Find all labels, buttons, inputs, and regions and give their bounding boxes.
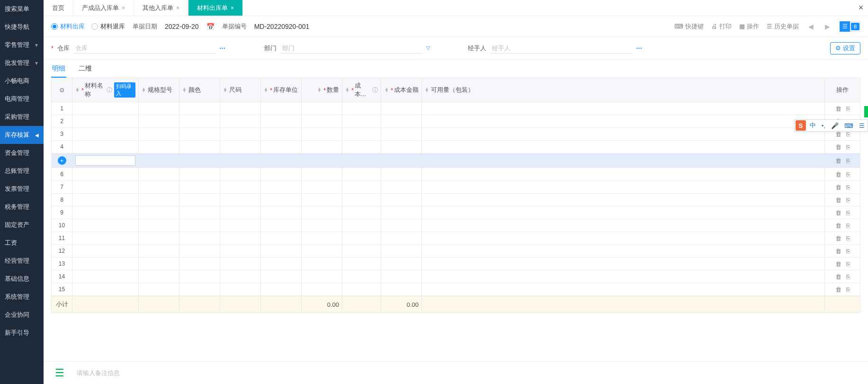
sidebar-item-basic-info[interactable]: 基础信息 [0, 270, 44, 288]
sidebar-item-purchase[interactable]: 采购管理 [0, 108, 44, 126]
side-drawer-handle[interactable] [864, 106, 868, 117]
table-row[interactable]: 12🗑⎘ [52, 245, 860, 258]
copy-row-icon[interactable]: ⎘ [846, 105, 850, 112]
table-row[interactable]: 11🗑⎘ [52, 232, 860, 245]
doc-date-value[interactable]: 2022-09-20 [165, 23, 199, 30]
sidebar-item-guide[interactable]: 新手引导 [0, 324, 44, 342]
delete-row-icon[interactable]: 🗑 [835, 209, 841, 216]
copy-row-icon[interactable]: ⎘ [846, 157, 850, 164]
sidebar-item-wholesale[interactable]: 批发管理▼ [0, 54, 44, 72]
table-row[interactable]: 14🗑⎘ [52, 270, 860, 283]
sidebar-item-inventory[interactable]: 库存核算◀ [0, 126, 44, 144]
table-row[interactable]: +🗑⎘ [52, 153, 860, 168]
sidebar-item-funds[interactable]: 资金管理 [0, 144, 44, 162]
sidebar-item-system[interactable]: 系统管理 [0, 288, 44, 306]
copy-row-icon[interactable]: ⎘ [846, 222, 850, 229]
delete-row-icon[interactable]: 🗑 [835, 273, 841, 280]
tab-material-out[interactable]: 材料出库单× [188, 0, 243, 16]
copy-row-icon[interactable]: ⎘ [846, 196, 850, 204]
prev-record-button[interactable]: ◀ [806, 23, 815, 30]
copy-row-icon[interactable]: ⎘ [846, 209, 850, 216]
delete-row-icon[interactable]: 🗑 [835, 157, 841, 164]
copy-row-icon[interactable]: ⎘ [846, 143, 850, 151]
table-row[interactable]: 7🗑⎘ [52, 181, 860, 194]
print-button[interactable]: 🖨打印 [711, 22, 732, 31]
delete-row-icon[interactable]: 🗑 [835, 260, 841, 268]
sidebar-item-quick-nav[interactable]: 快捷导航 [0, 18, 44, 36]
close-icon[interactable]: × [122, 5, 125, 11]
copy-row-icon[interactable]: ⎘ [846, 184, 850, 191]
ime-punct-toggle[interactable]: •, [819, 122, 828, 129]
tab-other-in[interactable]: 其他入库单× [134, 0, 188, 16]
table-row[interactable]: 15🗑⎘ [52, 283, 860, 296]
add-row-button[interactable]: + [58, 156, 66, 165]
delete-row-icon[interactable]: 🗑 [835, 143, 841, 151]
subtab-detail[interactable]: 明细 [51, 62, 66, 78]
calendar-icon[interactable]: 📅 [206, 23, 215, 30]
help-icon[interactable]: ⓘ [107, 86, 112, 94]
ime-lang-toggle[interactable]: 中 [807, 121, 819, 130]
ellipsis-icon[interactable]: ⋯ [636, 45, 643, 52]
close-icon[interactable]: × [176, 5, 179, 11]
sidebar-item-ecommerce[interactable]: 电商管理 [0, 90, 44, 108]
sidebar-item-retail[interactable]: 零售管理▼ [0, 36, 44, 54]
delete-row-icon[interactable]: 🗑 [835, 105, 841, 112]
view-toggle-detail[interactable]: 8 [850, 21, 860, 32]
ime-keyboard-icon[interactable]: ⌨ [841, 122, 856, 129]
department-input[interactable] [280, 43, 422, 54]
table-row[interactable]: 13🗑⎘ [52, 258, 860, 270]
operate-button[interactable]: ▦操作 [739, 22, 759, 31]
delete-row-icon[interactable]: 🗑 [835, 286, 841, 293]
ime-menu-icon[interactable]: ☰ [856, 122, 868, 129]
close-all-button[interactable]: × [854, 0, 868, 16]
header-available[interactable]: ▲▼可用量（包装） [422, 78, 825, 102]
shortcut-button[interactable]: ⌨快捷键 [674, 22, 704, 31]
material-name-input[interactable] [75, 155, 135, 166]
next-record-button[interactable]: ▶ [823, 23, 832, 30]
subtab-2d[interactable]: 二维 [78, 62, 93, 78]
sidebar-item-salary[interactable]: 工资 [0, 234, 44, 252]
remark-input[interactable] [77, 369, 860, 376]
sidebar-item-operation[interactable]: 经营管理 [0, 252, 44, 270]
sidebar-item-invoice[interactable]: 发票管理 [0, 180, 44, 198]
table-row[interactable]: 8🗑⎘ [52, 194, 860, 206]
handler-input[interactable] [490, 43, 632, 54]
help-icon[interactable]: ⓘ [372, 86, 378, 94]
header-qty[interactable]: ▲▼*数量 [302, 78, 342, 102]
sidebar-item-collaboration[interactable]: 企业协同 [0, 306, 44, 324]
table-row[interactable]: 2🗑⎘ [52, 115, 860, 128]
ime-voice-icon[interactable]: 🎤 [828, 122, 841, 129]
header-amount[interactable]: ▲▼*成本金额 [381, 78, 422, 102]
radio-material-out[interactable]: 材料出库 [51, 22, 85, 31]
settings-button[interactable]: ⚙设置 [830, 42, 860, 54]
copy-row-icon[interactable]: ⎘ [846, 171, 850, 178]
header-material-name[interactable]: ▲▼*材料名称ⓘ扫码录入 [72, 78, 139, 102]
sidebar-item-tax[interactable]: 税务管理 [0, 198, 44, 216]
copy-row-icon[interactable]: ⎘ [846, 248, 850, 255]
tab-home[interactable]: 首页 [44, 0, 73, 16]
warehouse-input[interactable] [73, 43, 215, 54]
delete-row-icon[interactable]: 🗑 [835, 184, 841, 191]
header-gear[interactable]: ⚙ [52, 78, 72, 102]
sidebar-item-ledger[interactable]: 总账管理 [0, 162, 44, 180]
header-color[interactable]: ▲▼颜色 [179, 78, 220, 102]
chevron-down-icon[interactable]: ▽ [426, 45, 430, 51]
note-icon[interactable]: ☰ [51, 367, 68, 379]
delete-row-icon[interactable]: 🗑 [835, 222, 841, 229]
delete-row-icon[interactable]: 🗑 [835, 171, 841, 178]
table-row[interactable]: 10🗑⎘ [52, 219, 860, 232]
header-cost[interactable]: ▲▼*成本...ⓘ [342, 78, 381, 102]
scan-badge[interactable]: 扫码录入 [114, 82, 135, 98]
copy-row-icon[interactable]: ⎘ [846, 235, 850, 242]
table-row[interactable]: 9🗑⎘ [52, 206, 860, 219]
history-button[interactable]: ☰历史单据 [767, 22, 799, 31]
table-row[interactable]: 1🗑⎘ [52, 102, 860, 115]
table-row[interactable]: 4🗑⎘ [52, 141, 860, 153]
ellipsis-icon[interactable]: ⋯ [219, 45, 226, 52]
view-toggle-list[interactable]: ☰ [840, 21, 850, 32]
radio-material-return[interactable]: 材料退库 [91, 22, 125, 31]
sidebar-item-search-menu[interactable]: 搜索菜单 [0, 0, 44, 18]
sidebar-item-ecommerce-xc[interactable]: 小畅电商 [0, 72, 44, 90]
sidebar-item-fixed-assets[interactable]: 固定资产 [0, 216, 44, 234]
delete-row-icon[interactable]: 🗑 [835, 248, 841, 255]
